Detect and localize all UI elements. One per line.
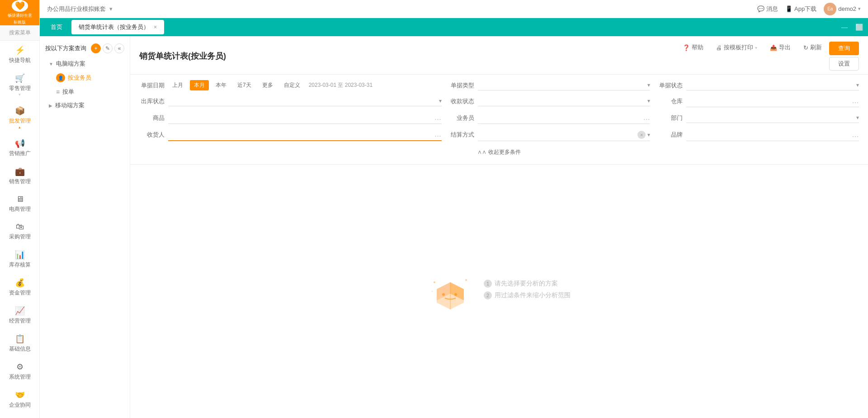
account-dropdown-icon[interactable]: ▾ [109,5,113,12]
sidebar-item-ecommerce[interactable]: 🖥 电商管理 [0,190,40,218]
doc-status-label: 单据状态 [657,81,683,90]
date-btn-more[interactable]: 更多 [258,80,277,90]
filter-row-2: 出库状态 ▾ 收款状态 ▾ 仓库 [139,95,859,107]
desktop-scheme-node[interactable]: ▼ 电脑端方案 [40,57,130,71]
export-btn[interactable]: 📤 导出 [766,42,794,53]
date-btn-last-month[interactable]: 上月 [168,80,187,90]
doc-type-control[interactable]: ▾ [478,80,651,90]
sidebar-item-operations[interactable]: 📈 经营管理 [0,301,40,329]
goods-dots[interactable]: … [434,114,442,122]
tab-close-icon[interactable]: × [154,24,157,30]
topbar-left: 办公用品行业模拟账套 ▾ [47,5,113,13]
message-btn[interactable]: 💬 消息 [757,5,778,13]
basic-icon: 📋 [15,334,25,344]
filter-row-4: 收货人 … 结算方式 × ▾ [139,128,859,141]
doc-type-label: 单据类型 [449,81,474,90]
active-scheme-label: 按业务员 [68,74,91,82]
app-download-btn[interactable]: 📱 App下载 [785,5,816,13]
logo-subtext: 标账版 [14,19,26,25]
left-panel-header: 按以下方案查询 + ✎ « [40,40,130,57]
salesperson-dots[interactable]: … [643,114,650,122]
finance-icon: 💰 [15,278,25,288]
salesperson-control[interactable]: … [478,112,651,124]
receiver-control[interactable]: … [168,128,442,141]
sidebar-item-label-finance: 资金管理 [9,289,31,297]
add-scheme-btn[interactable]: + [91,43,101,53]
sidebar-item-quick-nav[interactable]: ⚡ 快捷导航 [0,41,40,69]
user-avatar[interactable]: Ea demo2 ▾ [824,3,861,15]
print-btn[interactable]: 🖨 按模板打印 ▾ [712,42,761,53]
warehouse-dots[interactable]: … [852,97,859,105]
sales-icon: 💼 [15,166,25,176]
tab-sales-report[interactable]: 销货单统计表（按业务员） × [71,20,164,34]
message-icon: 💬 [757,5,764,12]
brand-control[interactable]: … [686,129,859,141]
filter-dept: 部门 ▾ [657,113,859,123]
help-icon: ❓ [683,44,690,51]
operations-icon: 📈 [15,306,25,316]
maximize-btn[interactable]: ⬜ [854,22,864,33]
collapse-panel-btn[interactable]: « [114,43,124,53]
empty-line1-text: 请先选择要分析的方案 [495,280,558,288]
date-btn-this-year[interactable]: 本年 [212,80,231,90]
refresh-btn[interactable]: ↻ 刷新 [800,42,826,53]
svg-point-6 [434,281,435,283]
retail-arrow: ▾ [19,92,21,97]
salesperson-icon: 👤 [56,73,65,82]
doc-status-control[interactable]: ▾ [686,80,859,90]
doc-type-arrow: ▾ [647,82,650,88]
receive-status-control[interactable]: ▾ [478,96,651,106]
goods-control[interactable]: … [168,112,442,124]
collapse-more-btn[interactable]: ∧∧ 收起更多条件 [139,146,859,159]
sidebar-item-finance[interactable]: 💰 资金管理 [0,273,40,301]
sidebar-item-system[interactable]: ⚙ 系统管理 [0,357,40,385]
payment-clear-btn[interactable]: × [637,131,646,139]
edit-scheme-btn[interactable]: ✎ [103,43,113,53]
mobile-scheme-node[interactable]: ▶ 移动端方案 [40,99,130,112]
scheme-by-order[interactable]: ≡ 按单 [40,85,130,99]
tab-home-label: 首页 [51,23,62,31]
sidebar-item-enterprise[interactable]: 🤝 企业协同 [0,385,40,413]
dept-control[interactable]: ▾ [686,113,859,123]
sidebar-item-wholesale[interactable]: 📦 批发管理 ▴ [0,101,40,134]
sidebar-item-basic[interactable]: 📋 基础信息 [0,329,40,357]
print-arrow: ▾ [755,45,757,50]
setting-button[interactable]: 设置 [829,57,859,71]
sidebar-item-marketing[interactable]: 📢 营销推广 [0,134,40,162]
warehouse-control[interactable]: … [686,95,859,107]
query-button[interactable]: 查询 [829,42,859,55]
tab-home[interactable]: 首页 [43,20,70,34]
filter-goods: 商品 … [139,112,442,124]
page-actions: ❓ 帮助 🖨 按模板打印 ▾ 📤 导出 ↻ [679,42,826,53]
sidebar-item-retail[interactable]: 🛒 零售管理 ▾ [0,69,40,101]
date-btn-this-month[interactable]: 本月 [190,80,209,90]
mobile-scheme-label: 移动端方案 [55,101,85,109]
date-btn-custom[interactable]: 自定义 [280,80,304,90]
export-label: 导出 [779,43,791,52]
sidebar-item-sales[interactable]: 💼 销售管理 [0,162,40,190]
sidebar-item-inventory[interactable]: 📊 库存核算 [0,245,40,273]
minimize-btn[interactable]: — [839,22,850,33]
svg-point-4 [442,293,445,296]
receiver-dots[interactable]: … [434,130,442,138]
salesperson-filter-label: 业务员 [449,114,474,122]
main-area: 办公用品行业模拟账套 ▾ 💬 消息 📱 App下载 Ea demo2 ▾ 首 [40,0,868,418]
retail-icon: 🛒 [15,73,25,83]
dept-label: 部门 [657,114,683,122]
brand-dots[interactable]: … [852,131,859,139]
receive-status-label: 收款状态 [449,97,474,105]
svg-point-8 [432,291,433,292]
sidebar-item-purchase[interactable]: 🛍 采购管理 [0,218,40,245]
left-panel-title: 按以下方案查询 [45,44,86,52]
help-btn[interactable]: ❓ 帮助 [679,42,707,53]
sidebar-item-newcomer[interactable]: 🎯 新手引导 [0,413,40,418]
wholesale-icon: 📦 [15,106,25,116]
out-status-control[interactable]: ▾ [168,96,442,106]
search-menu[interactable]: 搜索菜单 [0,25,39,41]
date-btn-7days[interactable]: 近7天 [233,80,255,90]
payment-control[interactable]: × ▾ [478,129,651,141]
filter-warehouse: 仓库 … [657,95,859,107]
filter-date: 单据日期 上月 本月 本年 近7天 更多 自定义 2023-03-01 至 20… [139,80,442,90]
sidebar-item-label-operations: 经营管理 [9,317,31,325]
scheme-by-salesperson[interactable]: 👤 按业务员 [40,71,130,85]
